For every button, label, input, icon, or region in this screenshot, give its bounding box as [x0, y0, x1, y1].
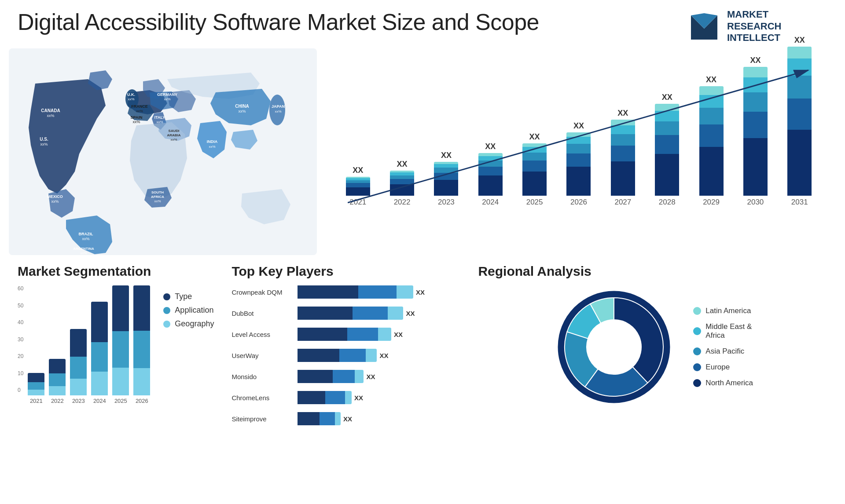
seg-geo	[70, 379, 87, 395]
bar-segment	[522, 143, 547, 147]
bar-segment	[522, 147, 547, 153]
logo-icon	[687, 9, 722, 44]
svg-text:xx%: xx%	[80, 251, 87, 255]
svg-text:AFRICA: AFRICA	[151, 195, 164, 199]
svg-text:xx%: xx%	[47, 113, 54, 118]
player-name: DubBot	[231, 310, 293, 317]
seg-bar-2026	[133, 285, 150, 395]
player-name: Monsido	[231, 373, 293, 380]
bar-segment	[346, 183, 370, 187]
bar-segment	[611, 120, 635, 125]
bar-segment	[522, 161, 547, 172]
regional-legend: Latin America Middle East &Africa Asia P…	[693, 307, 753, 387]
svg-text:SAUDI: SAUDI	[169, 129, 180, 133]
seg-app	[133, 331, 150, 368]
seg-type	[28, 373, 44, 382]
label-europe: Europe	[705, 363, 730, 372]
bar-segment	[566, 167, 591, 196]
seg-type	[112, 285, 129, 331]
bar-segment	[743, 138, 768, 196]
bar-segment	[787, 99, 812, 130]
seg-bar-2021	[28, 285, 44, 395]
svg-text:xx%: xx%	[82, 237, 89, 241]
player-value: XX	[366, 373, 375, 380]
seg-x-2023: 2023	[70, 398, 87, 404]
seg-x-2024: 2024	[91, 398, 108, 404]
svg-text:xx%: xx%	[51, 199, 59, 204]
seg-type	[91, 302, 108, 342]
segmentation-title: Market Segmentation	[18, 264, 214, 279]
bar-segment	[522, 172, 547, 196]
bar-segment	[478, 175, 503, 196]
player-value: XX	[354, 394, 363, 402]
bar-label-2025: XX	[529, 132, 540, 142]
bar-segment	[478, 161, 503, 167]
legend-type-dot	[163, 293, 170, 300]
player-bar	[298, 285, 413, 299]
bar-segment	[743, 92, 768, 112]
svg-text:JAPAN: JAPAN	[272, 104, 285, 109]
bar-year-2027: 2027	[614, 198, 631, 207]
bar-segment	[522, 153, 547, 161]
player-bar-wrap: XX	[298, 307, 415, 320]
bar-label-2031: XX	[794, 36, 805, 45]
bar-segment	[611, 134, 635, 146]
seg-y-axis: 60 50 40 30 20 10 0	[18, 285, 23, 395]
seg-app	[70, 357, 87, 379]
bar-segment	[655, 135, 679, 154]
bar-group-2031: XX2031	[781, 36, 819, 207]
bar-segment	[699, 86, 724, 95]
svg-text:CHINA: CHINA	[235, 104, 249, 109]
player-value: XX	[406, 310, 415, 317]
bar-group-2027: XX2027	[604, 109, 642, 207]
bar-label-2027: XX	[617, 109, 628, 118]
seg-type	[133, 285, 150, 331]
seg-legend: Type Application Geography	[163, 292, 214, 404]
player-bar	[298, 307, 403, 320]
seg-geo	[49, 386, 66, 395]
dot-europe	[693, 363, 701, 371]
seg-geo	[91, 372, 108, 395]
player-value: XX	[416, 289, 425, 296]
bar-label-2024: XX	[485, 142, 496, 151]
bar-group-2024: XX2024	[471, 142, 509, 207]
world-map: CANADA xx% U.S. xx% MEXICO xx% BRAZIL xx…	[9, 48, 317, 255]
bar-segment	[655, 121, 679, 135]
bar-segment	[566, 153, 591, 167]
svg-text:FRANCE: FRANCE	[131, 104, 148, 109]
seg-x-2022: 2022	[49, 398, 66, 404]
seg-x-2025: 2025	[112, 398, 129, 404]
player-bar-wrap: XX	[298, 412, 352, 425]
seg-app	[112, 331, 129, 367]
seg-type	[70, 329, 87, 357]
svg-text:xx%: xx%	[40, 142, 48, 146]
bar-segment	[566, 144, 591, 153]
dot-north-america	[693, 379, 701, 387]
bar-label-2029: XX	[706, 75, 716, 84]
bar-label-2030: XX	[750, 56, 760, 65]
player-bar-wrap: XX	[298, 391, 363, 404]
bar-year-2028: 2028	[659, 198, 676, 207]
bar-segment	[566, 137, 591, 144]
player-row: ChromeLensXX	[231, 391, 460, 404]
player-row: UserWayXX	[231, 349, 460, 362]
svg-text:xx%: xx%	[156, 120, 163, 124]
bar-segment	[743, 77, 768, 92]
bar-segment	[390, 179, 414, 184]
bar-year-2026: 2026	[570, 198, 587, 207]
bar-segment	[611, 125, 635, 134]
bar-segment	[699, 108, 724, 124]
bar-segment	[699, 124, 724, 147]
player-bar	[298, 370, 364, 383]
bar-segment	[655, 154, 679, 196]
bar-segment	[434, 168, 458, 173]
legend-application: Application	[163, 306, 214, 315]
seg-bar-2023	[70, 285, 87, 395]
bar-segment	[787, 47, 812, 58]
legend-asia-pacific: Asia Pacific	[693, 347, 753, 356]
svg-text:BRAZIL: BRAZIL	[79, 232, 93, 236]
top-section: CANADA xx% U.S. xx% MEXICO xx% BRAZIL xx…	[0, 48, 845, 259]
bar-segment	[478, 167, 503, 175]
bar-segment	[434, 180, 458, 196]
legend-type: Type	[163, 292, 214, 301]
